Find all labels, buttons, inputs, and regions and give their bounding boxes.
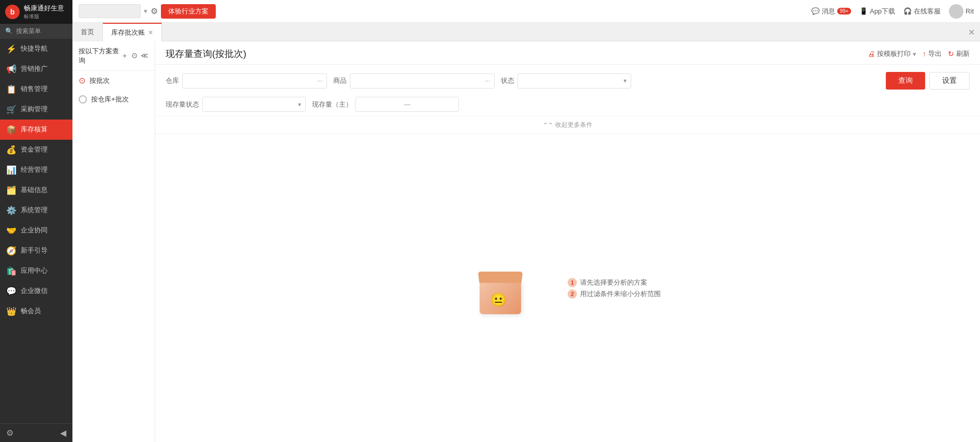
search-icon: 🔍: [5, 27, 13, 35]
stock-status-field: 现存量状态 ▾: [166, 97, 306, 112]
page-title: 现存量查询(按批次): [166, 48, 246, 60]
empty-tip-2: 2 用过滤条件来缩小分析范围: [568, 289, 661, 299]
sidebar-item-sales[interactable]: 📋 销售管理: [0, 79, 72, 99]
user-profile-btn[interactable]: Rit: [949, 4, 974, 19]
guide-icon: 🧭: [6, 246, 17, 256]
empty-tip-1: 1 请先选择要分析的方案: [568, 278, 661, 287]
user-avatar: [949, 4, 963, 19]
member-icon: 👑: [6, 306, 17, 316]
settings-icon[interactable]: ⚙: [6, 428, 13, 438]
messages-btn[interactable]: 💬 消息 99+: [811, 7, 851, 16]
add-scheme-icon[interactable]: ＋: [121, 51, 128, 61]
filter-item-warehouse-batch[interactable]: 按仓库+批次: [72, 90, 155, 109]
box-lid: [478, 271, 523, 283]
export-btn[interactable]: ↑ 导出: [923, 49, 942, 58]
headset-icon: 🎧: [903, 7, 912, 15]
export-icon: ↑: [923, 50, 926, 58]
tab-home[interactable]: 首页: [72, 23, 103, 41]
warehouse-more-icon[interactable]: ···: [317, 77, 322, 84]
stock-qty-field: 现存量（主） —: [312, 97, 459, 112]
sidebar-item-wechat[interactable]: 💬 企业微信: [0, 281, 72, 301]
box-face: 😐: [490, 293, 507, 306]
sidebar-item-operation[interactable]: 📊 经营管理: [0, 160, 72, 180]
query-area: 现存量查询(按批次) 🖨 按模板打印 ▾ ↑ 导出 ↻ 刷新: [155, 41, 980, 442]
sidebar-search[interactable]: 🔍 搜索菜单: [0, 24, 72, 39]
print-icon: 🖨: [868, 50, 875, 58]
print-btn[interactable]: 🖨 按模板打印 ▾: [868, 49, 916, 58]
sidebar-item-member[interactable]: 👑 畅会员: [0, 301, 72, 321]
quick-nav-icon: ⚡: [6, 44, 17, 54]
topbar-search-box: [79, 4, 141, 18]
topbar-dropdown-icon[interactable]: ▾: [144, 7, 147, 15]
tab-close-icon[interactable]: ✕: [148, 29, 153, 36]
status-field: 状态 ▾: [501, 73, 631, 89]
status-dropdown-icon: ▾: [623, 77, 627, 84]
warehouse-input[interactable]: ···: [182, 73, 327, 89]
filter-panel: 按以下方案查询 ＋ ⊙ ≪ ⊙ 按批次 按仓库+批次: [72, 41, 155, 442]
page-content: 按以下方案查询 ＋ ⊙ ≪ ⊙ 按批次 按仓库+批次 现存量查询(按批次): [72, 41, 980, 442]
phone-icon: 📱: [859, 7, 868, 15]
collapse-sidebar-icon[interactable]: ◀: [60, 428, 66, 438]
filter-item-batch[interactable]: ⊙ 按批次: [72, 71, 155, 90]
sidebar-item-guide[interactable]: 🧭 新手引导: [0, 241, 72, 261]
purchase-icon: 🛒: [6, 105, 17, 114]
sidebar-nav: ⚡ 快捷导航 📢 营销推广 📋 销售管理 🛒 采购管理 📦 库存核算 💰 资金管…: [0, 39, 72, 423]
sidebar-item-marketing[interactable]: 📢 营销推广: [0, 59, 72, 79]
sales-icon: 📋: [6, 84, 17, 94]
batch-active-icon: ⊙: [79, 76, 85, 85]
sidebar-item-basic[interactable]: 🗂️ 基础信息: [0, 180, 72, 200]
sidebar-item-system[interactable]: ⚙️ 系统管理: [0, 200, 72, 220]
inventory-icon: 📦: [6, 125, 17, 135]
sidebar-item-appstore[interactable]: 🛍️ 应用中心: [0, 261, 72, 281]
sidebar-item-purchase[interactable]: 🛒 采购管理: [0, 99, 72, 120]
topbar-gear-icon[interactable]: ⚙: [151, 6, 158, 16]
warehouse-field: 仓库 ···: [166, 73, 327, 89]
app-download-btn[interactable]: 📱 App下载: [859, 7, 895, 16]
refresh-btn[interactable]: ↻ 刷新: [948, 49, 970, 58]
wechat-icon: 💬: [6, 286, 17, 296]
tab-batch-account[interactable]: 库存批次账 ✕: [103, 23, 162, 41]
page-title-actions: 🖨 按模板打印 ▾ ↑ 导出 ↻ 刷新: [868, 49, 970, 58]
close-all-tabs-btn[interactable]: ✕: [968, 27, 975, 37]
query-btn[interactable]: 查询: [886, 72, 925, 90]
collapse-bar[interactable]: ⌃⌃ 收起更多条件: [155, 116, 980, 134]
scheme-settings-icon[interactable]: ⊙: [131, 51, 138, 61]
page-title-bar: 现存量查询(按批次) 🖨 按模板打印 ▾ ↑ 导出 ↻ 刷新: [155, 41, 980, 65]
experience-btn[interactable]: 体验行业方案: [161, 4, 216, 19]
marketing-icon: 📢: [6, 64, 17, 74]
app-logo: b: [5, 5, 20, 19]
sidebar-item-enterprise[interactable]: 🤝 企业协同: [0, 220, 72, 241]
stock-qty-input[interactable]: —: [355, 97, 459, 112]
query-buttons: 查询 设置: [886, 72, 970, 90]
collapse-panel-icon[interactable]: ≪: [141, 51, 149, 61]
goods-field: 商品 ···: [333, 73, 495, 89]
batch-inactive-icon: [79, 95, 87, 104]
basic-icon: 🗂️: [6, 185, 17, 195]
sidebar: b 畅康通好生意 标准版 🔍 搜索菜单 ⚡ 快捷导航 📢 营销推广 📋 销售管理…: [0, 0, 72, 442]
goods-input[interactable]: ···: [350, 73, 495, 89]
enterprise-icon: 🤝: [6, 226, 17, 235]
setup-btn[interactable]: 设置: [929, 72, 970, 90]
sidebar-item-finance[interactable]: 💰 资金管理: [0, 140, 72, 160]
finance-icon: 💰: [6, 145, 17, 155]
print-dropdown-icon[interactable]: ▾: [913, 50, 916, 58]
sidebar-bottom: ⚙ ◀: [0, 423, 72, 442]
sidebar-item-inventory[interactable]: 📦 库存核算: [0, 120, 72, 140]
operation-icon: 📊: [6, 165, 17, 175]
online-service-btn[interactable]: 🎧 在线客服: [903, 7, 941, 16]
filter-panel-header: 按以下方案查询 ＋ ⊙ ≪: [72, 41, 155, 71]
topbar-left: ▾ ⚙ 体验行业方案: [79, 4, 807, 19]
system-icon: ⚙️: [6, 205, 17, 215]
stock-status-dropdown-icon: ▾: [298, 101, 301, 108]
sidebar-header: b 畅康通好生意 标准版: [0, 0, 72, 24]
filter-row-1: 仓库 ··· 商品 ··· 状态: [155, 65, 980, 94]
status-select[interactable]: ▾: [517, 73, 631, 89]
topbar: ▾ ⚙ 体验行业方案 💬 消息 99+ 📱 App下载 🎧 在线客服 Rit: [72, 0, 980, 23]
empty-illustration: 😐: [474, 262, 537, 314]
message-badge: 99+: [837, 8, 851, 14]
stock-status-select[interactable]: ▾: [202, 97, 306, 112]
collapse-up-icon: ⌃⌃: [543, 122, 553, 129]
topbar-right: 💬 消息 99+ 📱 App下载 🎧 在线客服 Rit: [811, 4, 974, 19]
goods-more-icon[interactable]: ···: [485, 77, 490, 84]
sidebar-item-quick-nav[interactable]: ⚡ 快捷导航: [0, 39, 72, 59]
